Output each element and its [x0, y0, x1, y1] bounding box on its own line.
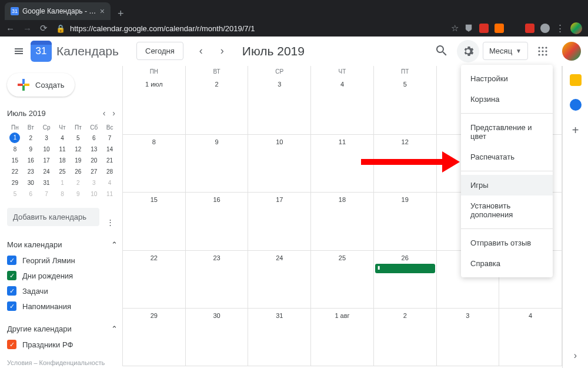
search-button[interactable]: [431, 40, 453, 62]
mini-day[interactable]: 1: [55, 177, 71, 188]
day-cell[interactable]: 1 авг: [311, 309, 374, 366]
create-button[interactable]: Создать: [7, 73, 75, 97]
url-field[interactable]: 🔒 https://calendar.google.com/calendar/r…: [56, 24, 443, 33]
day-cell[interactable]: 12: [374, 135, 437, 192]
reload-button[interactable]: ⟳: [40, 23, 48, 34]
extension-icon[interactable]: [495, 24, 504, 33]
calendar-item[interactable]: ✓Дни рождения: [7, 268, 118, 283]
app-logo[interactable]: 31 Календарь: [31, 41, 119, 62]
day-cell[interactable]: 1 июл: [123, 77, 186, 134]
mini-day[interactable]: 10: [39, 144, 55, 155]
mini-day[interactable]: 5: [7, 188, 23, 200]
mini-day[interactable]: 9: [70, 188, 86, 200]
day-cell[interactable]: 31: [248, 309, 311, 366]
dropdown-item[interactable]: Справка: [461, 253, 553, 274]
mini-day[interactable]: 6: [23, 188, 39, 200]
day-cell[interactable]: 8: [123, 135, 186, 192]
dropdown-item[interactable]: Корзина: [461, 89, 553, 110]
mini-day[interactable]: 24: [39, 166, 55, 177]
day-cell[interactable]: 23: [186, 251, 249, 308]
day-cell[interactable]: 30: [186, 309, 249, 366]
day-cell[interactable]: 16: [186, 193, 249, 250]
browser-profile-avatar[interactable]: [570, 22, 582, 34]
mini-day[interactable]: 3: [39, 132, 55, 144]
shield-icon[interactable]: ⛊: [465, 24, 473, 34]
day-cell[interactable]: 3: [248, 77, 311, 134]
settings-button[interactable]: [457, 40, 479, 62]
mini-day[interactable]: 27: [86, 166, 102, 177]
collapse-rail-button[interactable]: ›: [574, 350, 577, 368]
extension-icon[interactable]: [540, 24, 550, 33]
mini-day[interactable]: 8: [7, 144, 23, 155]
star-icon[interactable]: ☆: [451, 23, 459, 34]
mini-day[interactable]: 19: [70, 155, 86, 166]
mini-day[interactable]: 17: [39, 155, 55, 166]
mini-day[interactable]: 3: [86, 177, 102, 188]
new-tab-button[interactable]: +: [111, 8, 131, 20]
dropdown-item[interactable]: Установить дополнения: [461, 195, 553, 225]
my-calendars-toggle[interactable]: Мои календари ⌃: [7, 237, 118, 253]
mini-day[interactable]: 9: [23, 144, 39, 155]
mini-day[interactable]: 1: [9, 132, 20, 143]
mini-day[interactable]: 23: [23, 166, 39, 177]
add-addon-button[interactable]: +: [572, 124, 579, 137]
checkbox-icon[interactable]: ✓: [7, 271, 16, 280]
dropdown-item[interactable]: Настройки: [461, 68, 553, 89]
checkbox-icon[interactable]: ✓: [7, 286, 16, 296]
calendar-item[interactable]: ✓Праздники РФ: [7, 337, 118, 352]
checkbox-icon[interactable]: ✓: [7, 340, 16, 349]
mini-day[interactable]: 5: [70, 132, 86, 144]
mini-day[interactable]: 2: [23, 132, 39, 144]
extension-icon[interactable]: [510, 24, 519, 33]
dropdown-item[interactable]: Отправить отзыв: [461, 233, 553, 253]
add-calendar-input[interactable]: Добавить календарь: [7, 208, 99, 226]
day-cell[interactable]: 26: [374, 251, 437, 308]
mini-day[interactable]: 2: [70, 177, 86, 188]
mini-day[interactable]: 26: [70, 166, 86, 177]
day-cell[interactable]: 9: [186, 135, 249, 192]
mini-day[interactable]: 4: [55, 132, 71, 144]
day-cell[interactable]: 15: [123, 193, 186, 250]
day-cell[interactable]: 11: [311, 135, 374, 192]
mini-day[interactable]: 11: [55, 144, 71, 155]
day-cell[interactable]: 10: [248, 135, 311, 192]
mini-day[interactable]: 31: [39, 177, 55, 188]
prev-month-button[interactable]: ‹: [193, 43, 209, 59]
day-cell[interactable]: 22: [123, 251, 186, 308]
forward-button[interactable]: →: [23, 24, 32, 34]
mini-day[interactable]: 13: [86, 144, 102, 155]
day-cell[interactable]: 3: [437, 309, 500, 366]
day-cell[interactable]: 5: [374, 77, 437, 134]
dropdown-item[interactable]: Распечатать: [461, 147, 553, 167]
mini-day[interactable]: 16: [23, 155, 39, 166]
calendar-item[interactable]: ✓Георгий Лямин: [7, 253, 118, 268]
day-cell[interactable]: 2: [186, 77, 249, 134]
day-cell[interactable]: 4: [499, 309, 562, 366]
event-bar[interactable]: [375, 264, 435, 273]
day-cell[interactable]: 29: [123, 309, 186, 366]
mini-day[interactable]: 10: [86, 188, 102, 200]
mini-day[interactable]: 20: [86, 155, 102, 166]
apps-button[interactable]: [532, 40, 554, 62]
day-cell[interactable]: 24: [248, 251, 311, 308]
dropdown-item[interactable]: Представление и цвет: [461, 117, 553, 147]
today-button[interactable]: Сегодня: [136, 42, 183, 60]
extension-icon[interactable]: [479, 24, 489, 33]
mini-day[interactable]: 8: [55, 188, 71, 200]
mini-day[interactable]: 11: [102, 188, 118, 200]
next-month-button[interactable]: ›: [214, 43, 230, 59]
menu-icon[interactable]: ⋮: [556, 23, 564, 34]
mini-day[interactable]: 6: [86, 132, 102, 144]
mini-day[interactable]: 28: [102, 166, 118, 177]
calendar-item[interactable]: ✓Напоминания: [7, 299, 118, 314]
mini-day[interactable]: 18: [55, 155, 71, 166]
add-calendar-more-button[interactable]: ⋮: [103, 218, 118, 227]
mini-day[interactable]: 12: [70, 144, 86, 155]
other-calendars-toggle[interactable]: Другие календари ⌃: [7, 321, 118, 337]
checkbox-icon[interactable]: ✓: [7, 301, 16, 311]
dropdown-item[interactable]: Игры: [461, 175, 553, 195]
main-menu-button[interactable]: [7, 39, 31, 63]
terms-link[interactable]: Условия – Конфиденциальность: [7, 359, 118, 366]
day-cell[interactable]: 18: [311, 193, 374, 250]
mini-day[interactable]: 29: [7, 177, 23, 188]
